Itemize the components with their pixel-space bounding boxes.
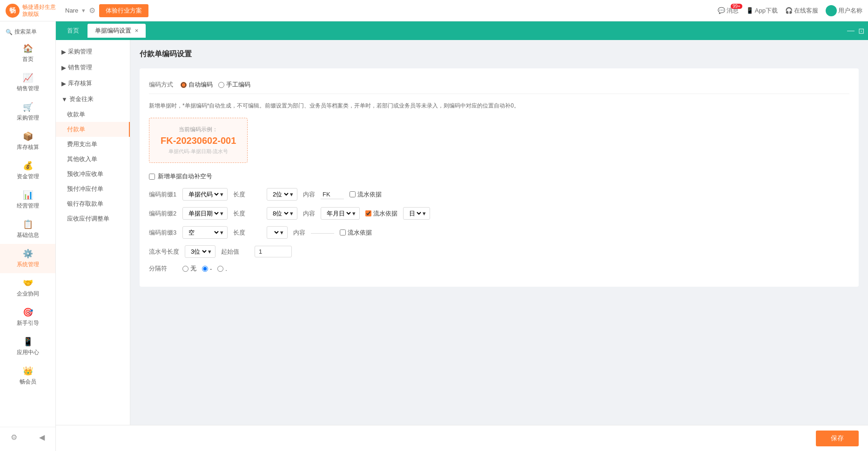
tab-close-button[interactable]: × xyxy=(135,27,139,34)
length3-select-wrapper[interactable]: ▾ xyxy=(267,226,288,239)
content2-select-wrapper[interactable]: 年月日 年月 年 ▾ xyxy=(321,207,360,220)
auto-code-input[interactable] xyxy=(181,82,187,88)
nav-group-capital-title[interactable]: ▼ 资金往来 xyxy=(56,91,130,107)
top-bar-right: 💬 消息 99+ 📱 App下载 🎧 在线客服 用户名称 xyxy=(718,5,862,16)
prefix2-select-wrapper[interactable]: 单据代码 单据日期 空 ▾ xyxy=(182,207,228,220)
nav-item-prepaid-recv[interactable]: 预收冲应收单 xyxy=(56,167,130,182)
nav-item-receipts[interactable]: 收款单 xyxy=(56,107,130,122)
prefix3-select[interactable]: 单据代码 单据日期 空 xyxy=(187,229,220,236)
prefix2-select[interactable]: 单据代码 单据日期 空 xyxy=(187,209,220,217)
stream3-checkbox[interactable] xyxy=(340,229,346,236)
example-desc: 单据代码-单据日期-流水号 xyxy=(161,148,236,155)
length3-select[interactable] xyxy=(271,229,280,236)
sidebar-item-enterprise[interactable]: 🤝 企业协同 xyxy=(0,273,55,303)
sidebar-item-member[interactable]: 👑 畅会员 xyxy=(0,361,55,390)
content2-select[interactable]: 年月日 年月 年 xyxy=(325,209,352,217)
online-service-button[interactable]: 🎧 在线客服 xyxy=(785,7,818,15)
sep-dash-input[interactable] xyxy=(202,266,208,272)
sep-dot-radio[interactable]: . xyxy=(217,265,227,272)
app-icon: 📱 xyxy=(746,7,754,14)
manual-code-radio[interactable]: 手工编码 xyxy=(218,81,250,89)
auto-fill-label: 新增单据自动补空号 xyxy=(158,172,212,181)
stream2-unit-select[interactable]: 日 月 年 xyxy=(407,209,423,217)
sidebar-item-operations[interactable]: 📊 经营管理 xyxy=(0,185,55,215)
nav-item-other-income[interactable]: 其他收入单 xyxy=(56,152,130,167)
stream2-checkbox[interactable] xyxy=(365,210,371,216)
separator-row: 分隔符 无 - . xyxy=(149,264,849,273)
length1-label: 长度 xyxy=(233,190,261,199)
chevron-down-icon[interactable]: ▾ xyxy=(82,7,85,14)
sidebar-item-purchase[interactable]: 🛒 采购管理 xyxy=(0,97,55,127)
user-name: 用户名称 xyxy=(838,7,862,15)
nav-item-prepaid-pay[interactable]: 预付冲应付单 xyxy=(56,182,130,196)
prefix1-select[interactable]: 单据代码 单据日期 空 部门 业务员 xyxy=(187,190,220,198)
sidebar-item-system[interactable]: ⚙️ 系统管理 xyxy=(0,244,55,273)
manual-code-input[interactable] xyxy=(218,82,224,88)
user-area[interactable]: 用户名称 xyxy=(826,5,862,16)
sidebar-item-basic[interactable]: 📋 基础信息 xyxy=(0,215,55,244)
length2-select-wrapper[interactable]: 6位 8位 ▾ xyxy=(267,207,297,220)
stream1-checkbox[interactable] xyxy=(350,191,356,197)
sidebar-item-appcenter[interactable]: 📱 应用中心 xyxy=(0,332,55,361)
sidebar-item-inventory[interactable]: 📦 库存核算 xyxy=(0,127,55,156)
nav-item-expenses[interactable]: 费用支出单 xyxy=(56,137,130,152)
sidebar-item-home[interactable]: 🏠 首页 xyxy=(0,39,55,68)
sidebar-settings-button[interactable]: ⚙ xyxy=(7,431,21,444)
prefix1-select-wrapper[interactable]: 单据代码 单据日期 空 部门 业务员 ▾ xyxy=(182,188,228,201)
prefix1-chevron: ▾ xyxy=(220,191,223,198)
length1-select[interactable]: 2位 3位 xyxy=(271,190,290,198)
coding-radio-group: 自动编码 手工编码 xyxy=(181,81,250,89)
nav-item-bank-deposit[interactable]: 银行存取款单 xyxy=(56,196,130,211)
sidebar-member-label: 畅会员 xyxy=(20,378,36,386)
serial-length-select-wrapper[interactable]: 2位 3位 4位 ▾ xyxy=(185,245,215,258)
tab-code-settings[interactable]: 单据编码设置 × xyxy=(87,24,146,38)
basic-icon: 📋 xyxy=(23,219,33,229)
example-box: 当前编码示例： FK-20230602-001 单据代码-单据日期-流水号 xyxy=(149,118,248,163)
nav-item-payments[interactable]: 付款单 xyxy=(56,122,130,137)
content3-value xyxy=(311,231,334,234)
search-menu-button[interactable]: 🔍 搜索菜单 xyxy=(0,25,55,39)
sidebar-item-sales[interactable]: 📈 销售管理 xyxy=(0,68,55,97)
auto-fill-checkbox[interactable] xyxy=(149,174,155,180)
sidebar-purchase-label: 采购管理 xyxy=(17,114,39,122)
sep-dash-radio[interactable]: - xyxy=(202,265,212,272)
tab-maximize-icon[interactable]: ⊡ xyxy=(858,27,864,35)
finance-icon: 💰 xyxy=(23,161,33,171)
sidebar-item-finance[interactable]: 💰 资金管理 xyxy=(0,156,55,185)
sep-dot-input[interactable] xyxy=(217,266,223,272)
sep-none-radio[interactable]: 无 xyxy=(182,264,196,273)
save-button[interactable]: 保存 xyxy=(816,431,859,446)
length2-select[interactable]: 6位 8位 xyxy=(271,209,290,217)
sidebar-collapse-button[interactable]: ◀ xyxy=(35,431,48,444)
stream2-unit-wrapper[interactable]: 日 月 年 ▾ xyxy=(403,207,430,220)
sep-none-input[interactable] xyxy=(182,266,188,272)
message-button[interactable]: 💬 消息 99+ xyxy=(718,7,739,15)
sidebar-item-newguide[interactable]: 🎯 新手引导 xyxy=(0,303,55,332)
prefix-row-1: 编码前缀1 单据代码 单据日期 空 部门 业务员 ▾ 长度 xyxy=(149,188,849,201)
sidebar-enterprise-label: 企业协同 xyxy=(17,290,39,298)
nav-group-sales-label: 销售管理 xyxy=(68,63,92,72)
auto-code-radio[interactable]: 自动编码 xyxy=(181,81,213,89)
settings-icon[interactable]: ⚙ xyxy=(89,6,95,15)
app-download-button[interactable]: 📱 App下载 xyxy=(746,7,778,15)
nav-group-sales-title[interactable]: ▶ 销售管理 xyxy=(56,60,130,75)
tab-minimize-icon[interactable]: — xyxy=(847,27,855,35)
newguide-icon: 🎯 xyxy=(23,307,33,317)
nav-group-inventory-title[interactable]: ▶ 库存核算 xyxy=(56,75,130,91)
promo-button[interactable]: 体验行业方案 xyxy=(99,4,148,17)
left-nav: ▶ 采购管理 ▶ 销售管理 ▶ 库存核算 xyxy=(56,40,130,425)
start-value-input[interactable] xyxy=(255,246,292,257)
tab-bar-right: — ⊡ xyxy=(847,27,864,35)
collapse-icon-sales: ▶ xyxy=(61,64,66,71)
length1-select-wrapper[interactable]: 2位 3位 ▾ xyxy=(267,188,297,201)
manual-code-label: 手工编码 xyxy=(226,81,250,89)
sidebar-system-label: 系统管理 xyxy=(17,261,39,269)
nav-group-purchase-title[interactable]: ▶ 采购管理 xyxy=(56,44,130,60)
content1-label: 内容 xyxy=(303,190,315,199)
serial-length-select[interactable]: 2位 3位 4位 xyxy=(189,248,208,256)
prefix3-select-wrapper[interactable]: 单据代码 单据日期 空 ▾ xyxy=(182,226,228,239)
sidebar-basic-label: 基础信息 xyxy=(17,231,39,239)
tab-home[interactable]: 首页 xyxy=(60,24,87,38)
content-area: ▶ 采购管理 ▶ 销售管理 ▶ 库存核算 xyxy=(56,40,868,425)
nav-item-ar-adjust[interactable]: 应收应付调整单 xyxy=(56,211,130,226)
